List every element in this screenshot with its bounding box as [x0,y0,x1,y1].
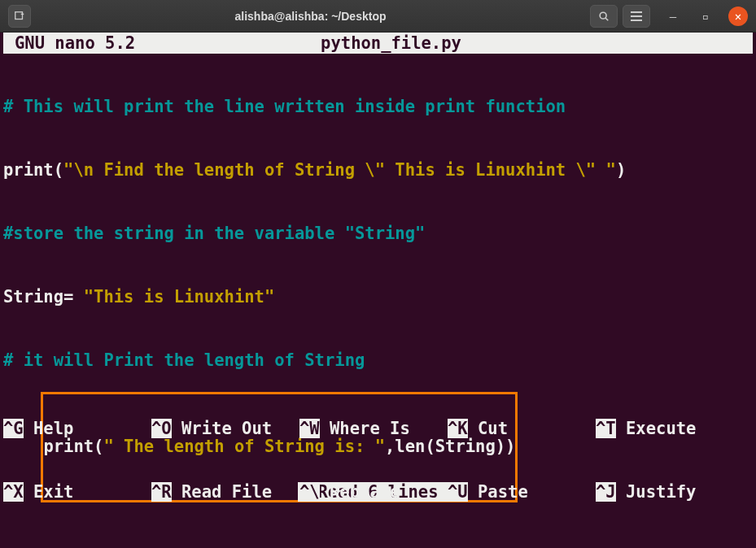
shortcut-label: Execute [626,419,696,438]
shortcut-key: ^W [299,419,320,438]
shortcut-key: ^T [596,419,616,438]
new-tab-button[interactable] [8,5,31,28]
hamburger-icon [631,11,642,21]
shortcut-key: ^X [3,482,24,502]
shortcut-key: ^G [3,419,24,438]
shortcut-label: Help [33,419,73,438]
shortcut-label: Replace [330,482,400,502]
code-string: "This is Linuxhint" [84,287,275,307]
window-title: alishba@alishba: ~/Desktop [31,10,590,23]
maximize-button[interactable]: ▫ [696,7,715,26]
shortcut-key: ^\ [299,482,320,502]
shortcut-label: Paste [478,482,528,502]
shortcut-label: Exit [33,482,73,502]
svg-point-3 [600,12,606,19]
shortcut-label: Read File [181,482,272,502]
shortcut-label: Justify [626,482,696,502]
code-comment: # This will print the line written insid… [3,97,566,116]
shortcut-label: Where Is [330,419,410,438]
shortcut-key: ^O [151,419,172,438]
nano-shortcuts: ^G Help ^O Write Out ^W Where Is ^K Cut … [3,376,753,545]
svg-line-4 [605,18,608,20]
shortcut-key: ^K [448,419,468,438]
nano-filename: python_file.py [321,33,461,54]
code-string: "\n Find the length of String \" This is… [63,160,616,180]
close-button[interactable]: ✕ [728,7,748,26]
shortcut-row: ^X Exit ^R Read File ^\ Replace ^U Paste… [3,481,753,502]
menu-button[interactable] [623,5,650,28]
search-button[interactable] [590,5,618,28]
shortcut-key: ^J [596,482,616,502]
minimize-button[interactable]: — [663,7,683,26]
shortcut-key: ^R [151,482,172,502]
code-comment: #store the string in the variable "Strin… [3,224,425,243]
code-text: ) [616,160,626,180]
terminal[interactable]: GNU nano 5.2 python_file.py # This will … [3,33,753,545]
svg-rect-0 [15,11,23,19]
code-text: print( [3,160,63,180]
code-comment: # it will Print the length of String [3,350,365,370]
code-text: String= [3,287,84,307]
shortcut-row: ^G Help ^O Write Out ^W Where Is ^K Cut … [3,418,753,439]
shortcut-key: ^U [448,482,468,502]
window-titlebar: alishba@alishba: ~/Desktop — ▫ ✕ [0,0,756,33]
shortcut-label: Write Out [181,419,272,438]
nano-app-name: GNU nano 5.2 [15,33,135,54]
shortcut-label: Cut [478,419,508,438]
nano-header: GNU nano 5.2 python_file.py [3,33,753,54]
